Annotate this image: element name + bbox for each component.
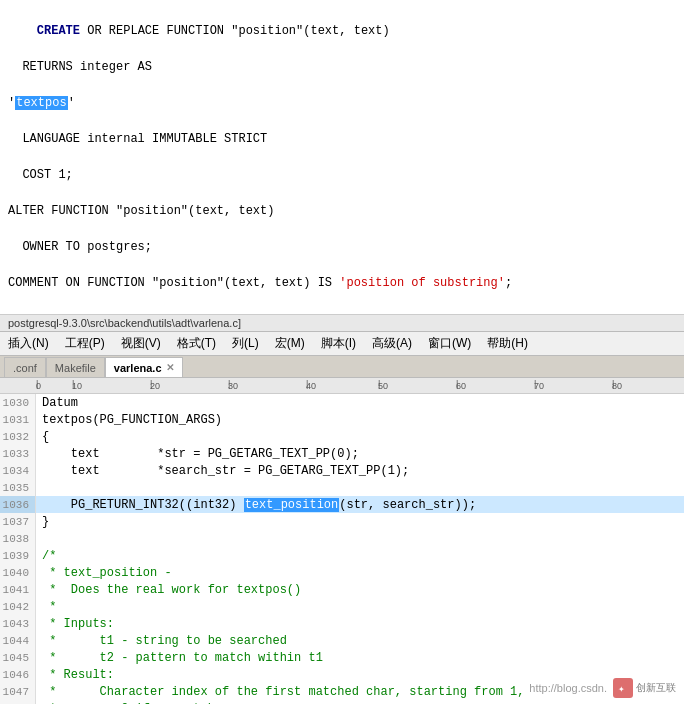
menu-insert[interactable]: 插入(N): [4, 334, 53, 353]
table-row: 1043 * Inputs:: [0, 615, 684, 632]
menu-help[interactable]: 帮助(H): [483, 334, 532, 353]
line-num-1039: 1039: [0, 547, 36, 564]
sql-line-2: RETURNS integer AS: [8, 60, 152, 74]
line-content-1042: *: [36, 598, 56, 615]
line-content-1034: text *search_str = PG_GETARG_TEXT_PP(1);: [36, 462, 409, 479]
line-num-1036: 1036: [0, 496, 36, 513]
watermark-logo-text: 创新互联: [636, 681, 676, 695]
sql-line-3: 'textpos': [8, 96, 75, 110]
menu-format[interactable]: 格式(T): [173, 334, 220, 353]
table-row: 1045 * t2 - pattern to match within t1: [0, 649, 684, 666]
line-num-1038: 1038: [0, 530, 36, 547]
line-num-1032: 1032: [0, 428, 36, 445]
line-content-1045: * t2 - pattern to match within t1: [36, 649, 323, 666]
line-num-1034: 1034: [0, 462, 36, 479]
tab-varlena[interactable]: varlena.c ✕: [105, 357, 183, 377]
line-num-1031: 1031: [0, 411, 36, 428]
filepath-text: postgresql-9.3.0\src\backend\utils\adt\v…: [8, 317, 241, 329]
tabbar: .conf Makefile varlena.c ✕: [0, 356, 684, 378]
watermark-url: http://blog.csdn.: [529, 682, 607, 694]
tab-close-icon[interactable]: ✕: [166, 362, 174, 373]
line-content-1038: [36, 530, 42, 547]
code-area: 1030 Datum 1031 textpos(PG_FUNCTION_ARGS…: [0, 394, 684, 704]
sql-line-1: CREATE OR REPLACE FUNCTION "position"(te…: [37, 24, 390, 38]
menu-macro[interactable]: 宏(M): [271, 334, 309, 353]
table-row: 1032 {: [0, 428, 684, 445]
table-row: 1041 * Does the real work for textpos(): [0, 581, 684, 598]
line-num-1041: 1041: [0, 581, 36, 598]
ruler-20: 20: [150, 381, 228, 391]
line-content-1041: * Does the real work for textpos(): [36, 581, 301, 598]
table-row: 1034 text *search_str = PG_GETARG_TEXT_P…: [0, 462, 684, 479]
table-row: 1040 * text_position -: [0, 564, 684, 581]
ruler-50: 50: [378, 381, 456, 391]
ruler-70: 70: [534, 381, 612, 391]
table-row: 1036 PG_RETURN_INT32((int32) text_positi…: [0, 496, 684, 513]
line-content-1036: PG_RETURN_INT32((int32) text_position(st…: [36, 496, 476, 513]
table-row: 1048 * or 0 if no match.: [0, 700, 684, 704]
line-content-1031: textpos(PG_FUNCTION_ARGS): [36, 411, 222, 428]
ruler-0: 0: [36, 381, 72, 391]
table-row: 1030 Datum: [0, 394, 684, 411]
line-content-1043: * Inputs:: [36, 615, 114, 632]
sql-line-8: COMMENT ON FUNCTION "position"(text, tex…: [8, 276, 512, 290]
tab-makefile[interactable]: Makefile: [46, 357, 105, 377]
sql-line-5: COST 1;: [8, 168, 73, 182]
ruler-30: 30: [228, 381, 306, 391]
tab-conf[interactable]: .conf: [4, 357, 46, 377]
sql-line-6: ALTER FUNCTION "position"(text, text): [8, 204, 274, 218]
ruler-marks: 0 10 20 30 40 50 60 70 80: [0, 381, 684, 391]
ruler-80: 80: [612, 381, 684, 391]
line-num-1035: 1035: [0, 479, 36, 496]
line-num-1030: 1030: [0, 394, 36, 411]
sql-line-7: OWNER TO postgres;: [8, 240, 152, 254]
table-row: 1042 *: [0, 598, 684, 615]
ruler-60: 60: [456, 381, 534, 391]
svg-text:✦: ✦: [618, 685, 625, 694]
watermark: http://blog.csdn. ✦ 创新互联: [529, 678, 676, 698]
menu-window[interactable]: 窗口(W): [424, 334, 475, 353]
line-num-1044: 1044: [0, 632, 36, 649]
menu-col[interactable]: 列(L): [228, 334, 263, 353]
line-content-1044: * t1 - string to be searched: [36, 632, 287, 649]
line-num-1042: 1042: [0, 598, 36, 615]
line-content-1046: * Result:: [36, 666, 114, 683]
line-content-1048: * or 0 if no match.: [36, 700, 222, 704]
menu-advanced[interactable]: 高级(A): [368, 334, 416, 353]
sql-panel: CREATE OR REPLACE FUNCTION "position"(te…: [0, 0, 684, 315]
line-content-1040: * text_position -: [36, 564, 172, 581]
line-content-1039: /*: [36, 547, 56, 564]
filepath-bar: postgresql-9.3.0\src\backend\utils\adt\v…: [0, 315, 684, 332]
line-content-1047: * Character index of the first matched c…: [36, 683, 524, 700]
line-content-1032: {: [36, 428, 49, 445]
line-num-1048: 1048: [0, 700, 36, 704]
ruler-10: 10: [72, 381, 150, 391]
menubar: 插入(N) 工程(P) 视图(V) 格式(T) 列(L) 宏(M) 脚本(I) …: [0, 332, 684, 356]
table-row: 1037 }: [0, 513, 684, 530]
ruler: 0 10 20 30 40 50 60 70 80: [0, 378, 684, 394]
menu-script[interactable]: 脚本(I): [317, 334, 360, 353]
watermark-logo-icon: ✦: [613, 678, 633, 698]
line-num-1047: 1047: [0, 683, 36, 700]
line-content-1033: text *str = PG_GETARG_TEXT_PP(0);: [36, 445, 359, 462]
line-num-1033: 1033: [0, 445, 36, 462]
sql-line-4: LANGUAGE internal IMMUTABLE STRICT: [8, 132, 267, 146]
ruler-40: 40: [306, 381, 378, 391]
line-num-1046: 1046: [0, 666, 36, 683]
table-row: 1044 * t1 - string to be searched: [0, 632, 684, 649]
table-row: 1039 /*: [0, 547, 684, 564]
line-content-1030: Datum: [36, 394, 78, 411]
line-num-1045: 1045: [0, 649, 36, 666]
line-content-1035: [36, 479, 42, 496]
main-container: CREATE OR REPLACE FUNCTION "position"(te…: [0, 0, 684, 704]
menu-view[interactable]: 视图(V): [117, 334, 165, 353]
table-row: 1031 textpos(PG_FUNCTION_ARGS): [0, 411, 684, 428]
table-row: 1035: [0, 479, 684, 496]
line-num-1040: 1040: [0, 564, 36, 581]
line-num-1043: 1043: [0, 615, 36, 632]
line-content-1037: }: [36, 513, 49, 530]
menu-project[interactable]: 工程(P): [61, 334, 109, 353]
table-row: 1033 text *str = PG_GETARG_TEXT_PP(0);: [0, 445, 684, 462]
table-row: 1038: [0, 530, 684, 547]
line-num-1037: 1037: [0, 513, 36, 530]
